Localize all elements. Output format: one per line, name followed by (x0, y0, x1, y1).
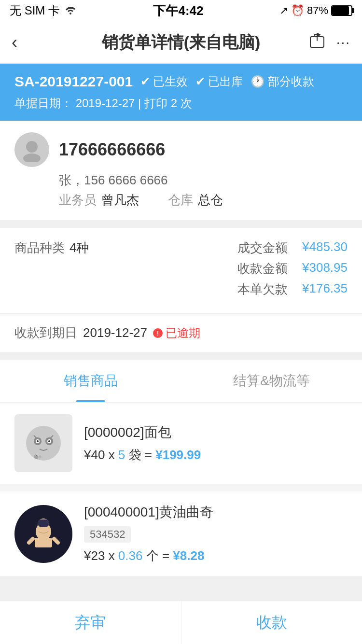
product-type-item: 商品种类 4种 (14, 239, 89, 256)
customer-top: 17666666666 (14, 132, 348, 167)
customer-name-phone: 张，156 6666 6666 (59, 172, 348, 189)
product-type-label: 商品种类 (14, 239, 65, 256)
equals-2: = (162, 548, 173, 563)
price-separator-1: x (109, 448, 118, 462)
header-date-row: 单据日期： 2019-12-27 | 打印 2 次 (14, 96, 348, 111)
summary-right: 成交金额 ¥485.30 收款金额 ¥308.95 本单欠款 ¥176.35 (237, 239, 348, 302)
order-number: SA-20191227-001 (14, 73, 133, 90)
status-right: ↗ ⏰ 87% (279, 4, 352, 17)
check-icon-1: ✔ (140, 75, 150, 88)
back-button[interactable]: ‹ (12, 32, 17, 53)
status-left: 无 SIM 卡 (10, 3, 77, 18)
customer-phone: 17666666666 (59, 140, 165, 160)
product-name-1: [0000002]面包 (84, 423, 348, 442)
status-bar: 无 SIM 卡 下午4:42 ↗ ⏰ 87% (0, 0, 362, 21)
product-price-2: ¥23 x 0.36 个 = ¥8.28 (84, 547, 348, 564)
tab-settlement-label: 结算&物流等 (233, 372, 310, 390)
wifi-icon (64, 4, 77, 17)
share-button[interactable] (309, 33, 325, 52)
sales-person: 曾凡杰 (101, 192, 139, 209)
bottom-bar: 弃审 收款 (0, 601, 362, 644)
sales-label: 业务员 (59, 192, 97, 209)
owed-amount-row: 本单欠款 ¥176.35 (237, 281, 348, 298)
svg-point-8 (37, 440, 39, 442)
summary-row: 商品种类 4种 成交金额 ¥485.30 收款金额 ¥308.95 本单欠款 ¥… (14, 239, 348, 302)
tab-sales-products[interactable]: 销售商品 (0, 360, 181, 402)
status-time: 下午4:42 (153, 2, 203, 19)
svg-point-3 (26, 426, 61, 461)
product-info-1: [0000002]面包 ¥40 x 5 袋 = ¥199.99 (84, 423, 348, 463)
product-tag-2: 534532 (84, 526, 131, 543)
deal-amount-value: ¥485.30 (302, 239, 348, 256)
customer-section: 17666666666 张，156 6666 6666 业务员 曾凡杰 仓库 总… (0, 121, 362, 220)
overdue-text: 已逾期 (166, 325, 200, 341)
order-date: 2019-12-27 (76, 97, 135, 110)
nav-bar: ‹ 销货单详情(来自电脑) ··· (0, 21, 362, 64)
quantity-1: 5 (118, 448, 125, 462)
quantity-2: 0.36 (118, 548, 143, 563)
customer-meta: 业务员 曾凡杰 仓库 总仓 (59, 192, 348, 209)
received-amount-label: 收款金额 (237, 260, 288, 277)
product-name-2: [000400001]黄油曲奇 (84, 503, 348, 521)
order-status-row: SA-20191227-001 ✔ 已生效 ✔ 已出库 🕐 部分收款 (14, 73, 348, 90)
price-base-1: ¥40 (84, 448, 105, 462)
print-label: 打印 (144, 97, 167, 110)
summary-left: 商品种类 4种 (14, 239, 89, 256)
confirm-button[interactable]: 收款 (181, 601, 362, 644)
nav-actions: ··· (309, 33, 350, 52)
warehouse-value: 总仓 (198, 192, 223, 209)
tab-settlement[interactable]: 结算&物流等 (181, 360, 362, 402)
check-icon-2: ✔ (195, 75, 205, 88)
header-banner: SA-20191227-001 ✔ 已生效 ✔ 已出库 🕐 部分收款 单据日期：… (0, 64, 362, 121)
svg-point-1 (26, 141, 38, 153)
overdue-badge: ! 已逾期 (153, 325, 200, 341)
location-icon: ↗ (279, 4, 288, 17)
svg-rect-15 (38, 519, 49, 527)
price-separator-2: x (109, 548, 118, 563)
status-shipped: ✔ 已出库 (195, 74, 243, 89)
price-base-2: ¥23 (84, 548, 105, 563)
gap-1 (0, 220, 362, 228)
product-image-1: 鲁+ (14, 414, 72, 472)
total-1: ¥199.99 (155, 448, 201, 462)
status-partial: 🕐 部分收款 (251, 74, 314, 89)
due-date-label: 收款到期日 (14, 324, 77, 341)
overdue-icon: ! (153, 328, 163, 338)
more-button[interactable]: ··· (336, 35, 350, 50)
status-effective: ✔ 已生效 (140, 74, 188, 89)
total-2: ¥8.28 (173, 548, 204, 563)
owed-amount-label: 本单欠款 (237, 281, 288, 298)
equals-1: = (145, 448, 155, 462)
summary-section: 商品种类 4种 成交金额 ¥485.30 收款金额 ¥308.95 本单欠款 ¥… (0, 228, 362, 313)
clock-icon: 🕐 (251, 75, 265, 88)
separator: | (138, 97, 144, 110)
tab-sales-label: 销售商品 (64, 372, 118, 390)
page-title: 销货单详情(来自电脑) (102, 31, 261, 54)
product-type-count: 4种 (70, 239, 89, 256)
alarm-icon: ⏰ (291, 4, 304, 17)
carrier-text: 无 SIM 卡 (10, 3, 60, 18)
svg-text:鲁+: 鲁+ (34, 454, 42, 460)
product-price-1: ¥40 x 5 袋 = ¥199.99 (84, 447, 348, 463)
owed-amount-value: ¥176.35 (302, 281, 348, 298)
list-item: [000400001]黄油曲奇 534532 ¥23 x 0.36 个 = ¥8… (0, 491, 362, 576)
product-image-2 (14, 505, 72, 563)
battery-percent: 87% (307, 4, 328, 17)
unit-1: 袋 (129, 448, 141, 462)
battery-icon (331, 5, 352, 16)
deal-amount-row: 成交金额 ¥485.30 (237, 239, 348, 256)
product-list: 鲁+ [0000002]面包 ¥40 x 5 袋 = ¥199.99 (0, 403, 362, 576)
received-amount-value: ¥308.95 (302, 260, 348, 277)
warehouse-label: 仓库 (168, 192, 193, 209)
gap-2 (0, 352, 362, 360)
date-label: 单据日期： (14, 97, 72, 110)
svg-point-2 (23, 154, 41, 162)
list-item: 鲁+ [0000002]面包 ¥40 x 5 袋 = ¥199.99 (0, 403, 362, 484)
cancel-button[interactable]: 弃审 (0, 601, 181, 644)
received-amount-row: 收款金额 ¥308.95 (237, 260, 348, 277)
product-info-2: [000400001]黄油曲奇 534532 ¥23 x 0.36 个 = ¥8… (84, 503, 348, 564)
due-date-value: 2019-12-27 (83, 325, 147, 340)
unit-2: 个 (146, 548, 159, 563)
deal-amount-label: 成交金额 (237, 239, 288, 256)
svg-point-9 (48, 440, 50, 442)
